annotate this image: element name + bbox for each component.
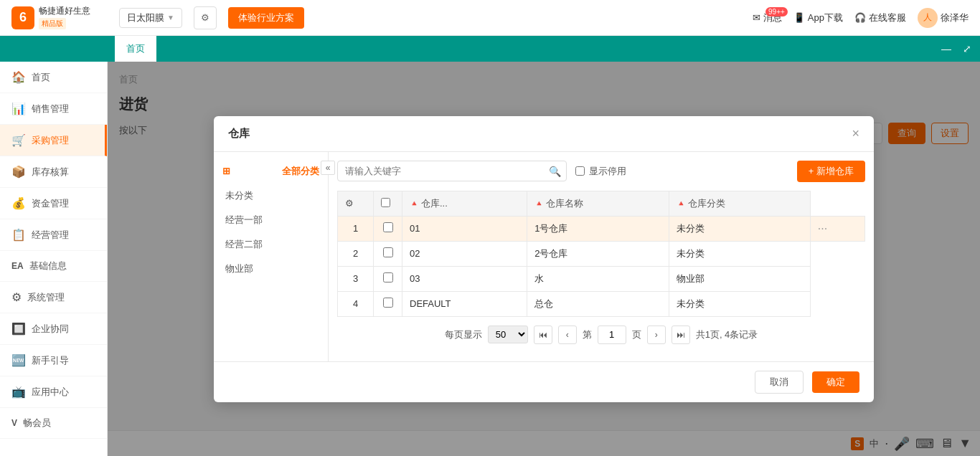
show-disabled-label: 显示停用 bbox=[589, 165, 626, 178]
sidebar-item-purchase[interactable]: 🛒 采购管理 bbox=[0, 125, 107, 156]
total-records-label: 共1页, 4条记录 bbox=[696, 328, 758, 341]
row-select-checkbox[interactable] bbox=[383, 222, 393, 232]
th-category-label: 仓库分类 bbox=[688, 197, 725, 210]
store-name: 日太阳膜 bbox=[127, 11, 164, 24]
nav-minimize-icon[interactable]: — bbox=[938, 40, 954, 57]
category-all-header[interactable]: ⊞ 全部分类 bbox=[214, 159, 328, 184]
app-label: App下载 bbox=[808, 11, 843, 24]
nav-tab-home[interactable]: 首页 bbox=[115, 36, 156, 62]
select-all-checkbox[interactable] bbox=[381, 198, 390, 207]
per-page-select[interactable]: 50 10 20 100 bbox=[488, 326, 528, 343]
warehouse-table: ⚙ 🔺 仓库... bbox=[337, 191, 865, 317]
table-row[interactable]: 1 01 1号仓库 未分类 ··· bbox=[338, 216, 865, 241]
th-settings: ⚙ bbox=[338, 191, 374, 216]
first-page-button[interactable]: ⏮ bbox=[534, 326, 552, 344]
sort-icon-category: 🔺 bbox=[677, 199, 685, 207]
th-code: 🔺 仓库... bbox=[402, 191, 527, 216]
sidebar-item-home[interactable]: 🏠 首页 bbox=[0, 62, 107, 93]
next-page-button[interactable]: › bbox=[647, 326, 666, 344]
row-select-checkbox[interactable] bbox=[383, 272, 393, 282]
sidebar-item-sales[interactable]: 📊 销售管理 bbox=[0, 93, 107, 125]
sidebar-item-guide[interactable]: 🆕 新手引导 bbox=[0, 345, 107, 376]
last-page-button[interactable]: ⏭ bbox=[672, 326, 690, 344]
sidebar-item-finance[interactable]: 💰 资金管理 bbox=[0, 188, 107, 219]
category-item-ops2[interactable]: 经营二部 bbox=[214, 232, 328, 257]
pagination: 每页显示 50 10 20 100 ⏮ ‹ 第 页 bbox=[337, 317, 865, 353]
row-more-actions[interactable]: ··· bbox=[810, 216, 864, 241]
show-disabled-checkbox[interactable] bbox=[575, 166, 585, 176]
online-service-button[interactable]: 🎧 在线客服 bbox=[854, 11, 906, 24]
top-header: 6 畅捷通好生意 精品版 日太阳膜 ▼ ⚙ 体验行业方案 ✉ 消息 99+ 📱 … bbox=[0, 0, 980, 36]
user-menu[interactable]: 人 徐泽华 bbox=[918, 8, 969, 28]
phone-icon: 📱 bbox=[793, 12, 805, 23]
sidebar-item-apps[interactable]: 📺 应用中心 bbox=[0, 376, 107, 408]
row-category: 未分类 bbox=[669, 216, 810, 241]
sidebar-label-purchase: 采购管理 bbox=[32, 134, 69, 147]
th-name: 🔺 仓库名称 bbox=[527, 191, 669, 216]
sidebar-label-enterprise: 企业协同 bbox=[32, 323, 69, 336]
sidebar-item-system[interactable]: ⚙ 系统管理 bbox=[0, 282, 107, 313]
sidebar-item-inventory[interactable]: 📦 库存核算 bbox=[0, 156, 107, 188]
modal-title: 仓库 bbox=[228, 127, 250, 141]
page-number-input[interactable] bbox=[598, 326, 626, 344]
prev-page-button[interactable]: ‹ bbox=[558, 326, 577, 344]
row-name: 1号仓库 bbox=[527, 216, 669, 241]
header-right: ✉ 消息 99+ 📱 App下载 🎧 在线客服 人 徐泽华 bbox=[753, 8, 969, 28]
table-row[interactable]: 3 03 水 物业部 bbox=[338, 266, 865, 291]
search-input-wrap: 🔍 bbox=[337, 161, 567, 181]
operations-icon: 📋 bbox=[11, 228, 26, 242]
category-item-ops1[interactable]: 经营一部 bbox=[214, 208, 328, 232]
search-input[interactable] bbox=[337, 161, 567, 181]
grid-icon: ⊞ bbox=[222, 166, 230, 176]
table-row[interactable]: 2 02 2号仓库 未分类 bbox=[338, 241, 865, 266]
sidebar-item-enterprise[interactable]: 🔲 企业协同 bbox=[0, 313, 107, 345]
modal-footer: 取消 确定 bbox=[214, 361, 874, 402]
row-num: 3 bbox=[338, 266, 374, 291]
row-category: 物业部 bbox=[669, 266, 810, 291]
app-download-button[interactable]: 📱 App下载 bbox=[793, 11, 843, 24]
sidebar-item-operations[interactable]: 📋 经营管理 bbox=[0, 219, 107, 251]
row-checkbox-cell bbox=[374, 216, 402, 241]
add-warehouse-button[interactable]: + 新增仓库 bbox=[797, 161, 865, 182]
search-icon[interactable]: 🔍 bbox=[549, 166, 561, 177]
more-icon[interactable]: ··· bbox=[818, 222, 827, 234]
logo-icon: 6 bbox=[11, 6, 34, 29]
main-content: 首页 进货 按以下 印 导出 刷新 查询 设置 仓库 bbox=[108, 62, 980, 456]
th-code-label: 仓库... bbox=[421, 197, 448, 210]
warehouse-modal: 仓库 × ⊞ 全部分类 « 未分类 经营一部 经营二部 bbox=[214, 116, 874, 402]
row-category: 未分类 bbox=[669, 241, 810, 266]
inventory-icon: 📦 bbox=[11, 165, 26, 179]
category-item-property[interactable]: 物业部 bbox=[214, 257, 328, 281]
category-item-unclassified[interactable]: 未分类 bbox=[214, 184, 328, 208]
sidebar-item-vip[interactable]: V 畅会员 bbox=[0, 408, 107, 439]
row-code: 02 bbox=[402, 241, 527, 266]
sidebar-label-apps: 应用中心 bbox=[32, 386, 69, 399]
sidebar-label-inventory: 库存核算 bbox=[32, 166, 69, 179]
messages-button[interactable]: ✉ 消息 99+ bbox=[753, 11, 782, 24]
basics-icon: EA bbox=[11, 261, 24, 271]
apps-icon: 📺 bbox=[11, 385, 26, 399]
row-checkbox-cell bbox=[374, 241, 402, 266]
modal-header: 仓库 × bbox=[214, 116, 874, 152]
table-row[interactable]: 4 DEFAULT 总仓 未分类 bbox=[338, 291, 865, 316]
cancel-button[interactable]: 取消 bbox=[755, 371, 804, 394]
confirm-button[interactable]: 确定 bbox=[812, 371, 859, 393]
modal-overlay: 仓库 × ⊞ 全部分类 « 未分类 经营一部 经营二部 bbox=[108, 62, 980, 456]
main-layout: 🏠 首页 📊 销售管理 🛒 采购管理 📦 库存核算 💰 资金管理 📋 经营管理 … bbox=[0, 62, 980, 456]
sidebar-item-basics[interactable]: EA 基础信息 bbox=[0, 251, 107, 282]
header-center: 日太阳膜 ▼ ⚙ 体验行业方案 bbox=[119, 6, 753, 29]
modal-close-button[interactable]: × bbox=[852, 126, 859, 141]
store-selector[interactable]: 日太阳膜 ▼ bbox=[119, 8, 182, 28]
trial-button[interactable]: 体验行业方案 bbox=[228, 7, 304, 29]
enterprise-icon: 🔲 bbox=[11, 322, 26, 336]
guide-icon: 🆕 bbox=[11, 353, 26, 367]
settings-button[interactable]: ⚙ bbox=[194, 6, 217, 29]
collapse-panel-button[interactable]: « bbox=[321, 161, 335, 175]
row-select-checkbox[interactable] bbox=[383, 298, 393, 308]
sidebar-label-finance: 资金管理 bbox=[32, 197, 69, 210]
row-num: 2 bbox=[338, 241, 374, 266]
row-select-checkbox[interactable] bbox=[383, 247, 393, 257]
sales-icon: 📊 bbox=[11, 102, 26, 115]
nav-expand-icon[interactable]: ⤢ bbox=[960, 40, 974, 57]
logo-name: 畅捷通好生意 bbox=[39, 6, 90, 17]
